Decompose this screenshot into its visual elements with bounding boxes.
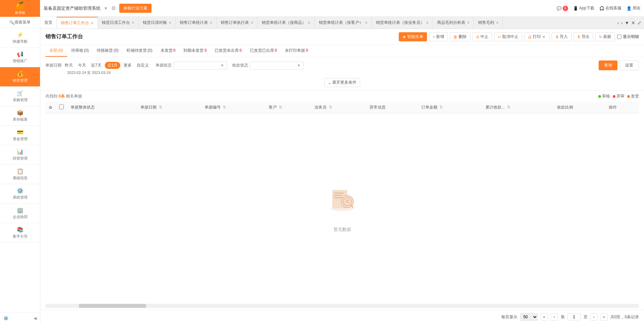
page-number-input[interactable]: [567, 314, 581, 320]
last-page-button[interactable]: »: [600, 313, 608, 321]
horizontal-scrollbar[interactable]: [45, 304, 639, 308]
stop-button[interactable]: ⊘ 中止: [472, 32, 492, 41]
tab-home[interactable]: 首页: [40, 17, 57, 29]
payment-select[interactable]: ▼: [250, 62, 304, 70]
tab-sales-order[interactable]: 销售订单工作台 ✕: [57, 17, 98, 29]
sidebar-item-base[interactable]: 📋 基础信息: [0, 165, 40, 184]
message-button[interactable]: 💬 6: [557, 6, 568, 11]
tab-close-icon[interactable]: ✕: [496, 21, 499, 25]
per-page-select[interactable]: 10 20 50 100: [520, 313, 538, 321]
svg-point-8: [346, 200, 348, 202]
query-button[interactable]: 查询: [599, 60, 617, 70]
sidebar-item-sales[interactable]: 💰 销售管理: [0, 67, 40, 87]
column-settings-icon[interactable]: ⚙: [49, 105, 52, 110]
subtab-shipped-no-out[interactable]: 已发货未出库0: [211, 45, 246, 57]
scroll-thumb[interactable]: [79, 304, 146, 308]
th-date[interactable]: 单据日期 ⇅: [137, 102, 201, 113]
subtab-all[interactable]: 全部(0): [45, 45, 67, 57]
sidebar-item-operation[interactable]: 📊 经营管理: [0, 145, 40, 165]
revoke-action-button[interactable]: 弃审: [613, 93, 625, 99]
tab-gross-margin[interactable]: 商品毛利分析表 ✕: [433, 17, 474, 29]
status-select[interactable]: ▼: [173, 62, 227, 70]
tabs-scroll-left-icon[interactable]: ‹: [616, 20, 620, 26]
show-detail-checkbox[interactable]: [617, 35, 621, 39]
subtab-overdue-no-ship[interactable]: 到期未发货0: [179, 45, 211, 57]
tab-close-icon[interactable]: ✕: [426, 21, 429, 25]
subtab-pending-check[interactable]: 待拣验货(0): [93, 45, 123, 57]
settings-gear-icon[interactable]: ⚙: [111, 5, 116, 11]
date-custom[interactable]: 自定义: [135, 62, 151, 69]
app-download-button[interactable]: 📱 App下载: [573, 5, 594, 11]
subtab-no-ship[interactable]: 未发货0: [157, 45, 180, 57]
tab-cash-daily[interactable]: 钱货日清工作台 ✕: [98, 17, 139, 29]
tab-close-icon[interactable]: ✕: [132, 21, 134, 25]
sidebar-item-finance[interactable]: 💳 资金管理: [0, 126, 40, 145]
sidebar-item-inventory[interactable]: 📦 库存核算: [0, 106, 40, 126]
date-last1m[interactable]: 近1月: [105, 62, 121, 69]
tab-cash-reconcile[interactable]: 钱货日清对账 ✕: [139, 17, 176, 29]
sidebar-item-marketing[interactable]: 📢 营销推广: [0, 48, 40, 67]
date-last7[interactable]: 近7天: [89, 62, 103, 69]
import-button[interactable]: ⬇ 导入: [552, 32, 571, 41]
select-all-checkbox[interactable]: [59, 105, 64, 109]
tab-sales-stats-prod[interactable]: 销货单统计表（按商品） ✕: [258, 17, 315, 29]
industry-solution-button[interactable]: 体验行业方案: [119, 4, 152, 13]
th-number[interactable]: 单据编号 ⇅: [201, 102, 265, 113]
refresh-button[interactable]: ↻ 刷新: [595, 32, 615, 41]
tab-close-icon[interactable]: ✕: [91, 21, 93, 25]
sidebar-item-search[interactable]: 🔍 搜索菜单: [0, 17, 40, 28]
th-settings[interactable]: ⚙: [45, 102, 56, 113]
date-yesterday[interactable]: 昨天: [63, 62, 75, 69]
cancel-stop-button[interactable]: ↩ 取消中止: [494, 32, 522, 41]
tab-maximize-icon[interactable]: ⤢: [636, 20, 642, 26]
user-menu[interactable]: 👤 用友: [627, 5, 641, 11]
sidebar-item-system[interactable]: ⚙️ 系统管理: [0, 184, 40, 204]
tab-close-icon[interactable]: ✕: [365, 21, 368, 25]
th-collected[interactable]: 累计收款... ⇅: [482, 102, 554, 113]
next-page-button[interactable]: ›: [590, 313, 598, 321]
collapse-icon[interactable]: ◀: [34, 316, 37, 321]
tab-close-icon[interactable]: ✕: [210, 21, 212, 25]
tab-close-icon[interactable]: ✕: [169, 21, 171, 25]
sidebar-item-quick[interactable]: ⚡ 快捷导航: [0, 28, 40, 48]
dropdown-arrow-icon[interactable]: ▼: [104, 6, 108, 11]
prev-page-button[interactable]: ‹: [551, 313, 558, 321]
tab-sales-stats[interactable]: 销售订单统计表 ✕: [176, 17, 217, 29]
sidebar-item-enterprise[interactable]: 🏢 企业协同: [0, 204, 40, 223]
subtab-shipped-out[interactable]: 已发货已出库0: [246, 45, 281, 57]
tabs-scroll-right-icon[interactable]: ›: [620, 20, 624, 26]
tabs-more-icon[interactable]: ▼: [624, 20, 630, 26]
tab-sales-profit[interactable]: 销售毛利 ✕: [474, 17, 503, 29]
first-page-button[interactable]: «: [541, 313, 548, 321]
export-button[interactable]: ⬆ 导出: [573, 32, 593, 41]
date-today[interactable]: 今天: [76, 62, 88, 69]
settings-icon[interactable]: ⚙️: [3, 316, 8, 321]
subtab-wangpu[interactable]: 旺铺待发货(0): [123, 45, 157, 57]
tab-close-icon[interactable]: ✕: [467, 21, 470, 25]
tab-sales-stats-cust[interactable]: 销货单统计表（按客户） ✕: [315, 17, 372, 29]
th-amount[interactable]: 订单金额 ⇅: [418, 102, 482, 113]
tab-close-icon[interactable]: ✕: [251, 21, 253, 25]
smart-create-button[interactable]: ★ 智能生单: [399, 32, 427, 41]
tab-close-all-icon[interactable]: ✕: [630, 20, 636, 26]
print-button[interactable]: 🖨 打印 ▼: [524, 32, 550, 41]
tab-sales-exec[interactable]: 销售订单执行表 ✕: [217, 17, 258, 29]
show-detail-toggle[interactable]: 显示明细: [617, 34, 639, 40]
th-customer[interactable]: 客户 ⇅: [265, 102, 311, 113]
tab-sales-stats-staff[interactable]: 销货单统计表（按业务员） ✕: [372, 17, 433, 29]
sidebar-item-newbie[interactable]: 📚 新手引导: [0, 223, 40, 243]
subtab-no-print[interactable]: 未打印单据0: [281, 45, 312, 57]
subtab-pending[interactable]: 待审核(0): [67, 45, 93, 57]
th-staff[interactable]: 业务员 ⇅: [311, 102, 366, 113]
setting-button[interactable]: 设置: [619, 60, 639, 70]
main-content: 装备及固定资产辅助管理系统 ▼ ⚙ 体验行业方案 💬 6 📱 App下载 🎧 在…: [40, 0, 644, 324]
online-service-button[interactable]: 🎧 在线客服: [599, 5, 621, 11]
delete-button[interactable]: 🗑 删除: [450, 32, 470, 41]
ship-action-button[interactable]: 发货: [627, 93, 639, 99]
expand-filter-button[interactable]: ⌄ 展开更多条件: [324, 78, 360, 87]
tab-close-icon[interactable]: ✕: [308, 21, 310, 25]
audit-action-button[interactable]: 审核: [598, 93, 610, 99]
sidebar-item-purchase[interactable]: 🛒 采购管理: [0, 87, 40, 106]
add-button[interactable]: + 新增: [429, 32, 448, 41]
date-more[interactable]: 更多: [122, 62, 133, 69]
